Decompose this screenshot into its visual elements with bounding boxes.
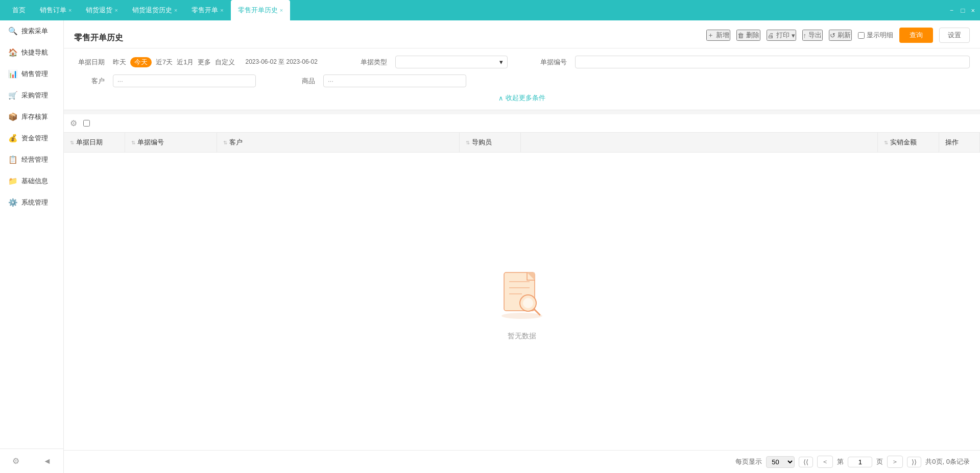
date-7days[interactable]: 近7天 [156, 58, 173, 67]
date-range-display: 2023-06-02 至 2023-06-02 [245, 58, 317, 66]
show-detail-checkbox-label[interactable]: 显示明细 [858, 31, 893, 40]
sidebar-item-quick-nav[interactable]: 🏠 快捷导航 [0, 42, 63, 63]
sidebar-label-search: 搜索采单 [21, 27, 48, 36]
product-input[interactable]: ··· [323, 74, 466, 87]
sidebar-item-basic-info[interactable]: 📁 基础信息 [0, 170, 63, 192]
page-number-input[interactable] [848, 457, 872, 467]
doc-type-select[interactable]: ▾ [395, 56, 508, 68]
th-customer[interactable]: ⇅ 客户 [217, 133, 460, 152]
last-page-btn[interactable]: ⟩⟩ [907, 457, 921, 467]
th-no[interactable]: ⇅ 单据编号 [125, 133, 217, 152]
inventory-icon: 📦 [8, 112, 17, 121]
th-ops: 操作 [939, 133, 980, 152]
th-guide[interactable]: ⇅ 导购员 [460, 133, 521, 152]
customer-label: 客户 [74, 77, 105, 86]
sidebar-bottom: ⚙ ◄ [0, 449, 63, 473]
export-icon: ↑ [803, 32, 807, 39]
sidebar: 🔍 搜索采单 🏠 快捷导航 📊 销售管理 🛒 采购管理 📦 库存核算 💰 资金管… [0, 20, 64, 473]
top-nav: 首页 销售订单 × 销货退货 × 销货退货历史 × 零售开单 × 零售开单历史 … [0, 0, 980, 20]
settings-bottom-btn[interactable]: ⚙ [9, 453, 22, 469]
delete-button[interactable]: 🗑 删除 [736, 30, 760, 41]
sidebar-label-purchase: 采购管理 [21, 91, 48, 100]
product-label: 商品 [284, 77, 315, 86]
basic-info-icon: 📁 [8, 177, 17, 186]
close-retail-open-history[interactable]: × [280, 7, 283, 13]
maximize-btn[interactable]: □ [961, 7, 965, 14]
sidebar-item-operations[interactable]: 📋 经营管理 [0, 149, 63, 170]
next-page-btn[interactable]: ＞ [887, 456, 903, 468]
doc-no-input[interactable] [575, 56, 970, 68]
close-btn[interactable]: × [971, 7, 975, 14]
main-layout: 🔍 搜索采单 🏠 快捷导航 📊 销售管理 🛒 采购管理 📦 库存核算 💰 资金管… [0, 20, 980, 473]
date-1month[interactable]: 近1月 [177, 58, 194, 67]
sidebar-item-search[interactable]: 🔍 搜索采单 [0, 20, 63, 42]
th-amount[interactable]: ⇅ 实销金额 [878, 133, 939, 152]
product-dots: ··· [328, 77, 333, 85]
tab-retail-open-history[interactable]: 零售开单历史 × [231, 0, 290, 20]
sidebar-item-system[interactable]: ⚙️ 系统管理 [0, 192, 63, 213]
settings-button[interactable]: 设置 [939, 28, 970, 43]
sidebar-label-basic-info: 基础信息 [21, 177, 48, 186]
close-sales-return[interactable]: × [114, 7, 117, 13]
print-icon: 🖨 [768, 32, 774, 39]
collapse-up-icon: ∧ [498, 94, 504, 102]
search-icon: 🔍 [8, 27, 17, 36]
table-header: ⇅ 单据日期 ⇅ 单据编号 ⇅ 客户 ⇅ 导购员 ⇅ 实销 [64, 133, 980, 153]
sort-icon-no: ⇅ [131, 140, 135, 145]
sidebar-label-inventory: 库存核算 [21, 112, 48, 121]
customer-input[interactable]: ··· [113, 74, 256, 87]
select-all-checkbox[interactable] [83, 120, 90, 127]
empty-text: 暂无数据 [508, 332, 536, 341]
system-icon: ⚙️ [8, 198, 17, 207]
page-actions: ＋ 新增 🗑 删除 🖨 打印 ▾ ↑ 导出 ↺ 刷新 [706, 28, 970, 48]
page-suffix: 页 [876, 457, 883, 466]
refresh-button[interactable]: ↺ 刷新 [829, 30, 852, 41]
close-sales-order[interactable]: × [68, 7, 71, 13]
finance-icon: 💰 [8, 134, 17, 143]
date-custom[interactable]: 自定义 [215, 58, 235, 67]
sidebar-label-finance: 资金管理 [21, 134, 48, 143]
sidebar-item-finance[interactable]: 💰 资金管理 [0, 128, 63, 149]
date-more[interactable]: 更多 [198, 58, 211, 67]
tab-home[interactable]: 首页 [5, 0, 33, 20]
collapse-bar[interactable]: ∧ 收起更多条件 [74, 93, 970, 103]
first-page-btn[interactable]: ⟨⟨ [799, 457, 813, 467]
th-date[interactable]: ⇅ 单据日期 [64, 133, 125, 152]
minimize-btn[interactable]: － [948, 6, 955, 15]
purchase-icon: 🛒 [8, 91, 17, 100]
query-button[interactable]: 查询 [899, 28, 933, 43]
print-dropdown-icon: ▾ [792, 32, 795, 39]
date-today[interactable]: 今天 [130, 57, 152, 67]
close-retail-open[interactable]: × [220, 7, 223, 13]
empty-illustration [491, 262, 553, 323]
refresh-icon: ↺ [830, 32, 835, 39]
table-config-icon[interactable]: ⚙ [70, 118, 77, 128]
sidebar-item-inventory[interactable]: 📦 库存核算 [0, 106, 63, 128]
prev-page-btn[interactable]: ＜ [817, 456, 833, 468]
filter-row-date: 单据日期 昨天 今天 近7天 近1月 更多 自定义 2023-06-02 至 2… [74, 56, 970, 68]
table-area: ⚙ ⇅ 单据日期 ⇅ 单据编号 ⇅ 客户 ⇅ 导购员 [64, 114, 980, 450]
tab-sales-order[interactable]: 销售订单 × [33, 0, 79, 20]
date-yesterday[interactable]: 昨天 [113, 58, 126, 67]
collapse-label: 收起更多条件 [506, 93, 545, 103]
tab-retail-open[interactable]: 零售开单 × [184, 0, 230, 20]
sidebar-label-sales: 销售管理 [21, 69, 48, 79]
add-icon: ＋ [707, 31, 714, 40]
svg-point-8 [523, 298, 533, 308]
tab-sales-return-history[interactable]: 销货退货历史 × [125, 0, 184, 20]
close-sales-return-history[interactable]: × [174, 7, 177, 13]
total-info: 共0页, 0条记录 [925, 457, 970, 466]
show-detail-checkbox[interactable] [858, 32, 865, 39]
tab-sales-return[interactable]: 销货退货 × [79, 0, 125, 20]
chevron-down-icon: ▾ [499, 58, 503, 66]
sidebar-item-purchase[interactable]: 🛒 采购管理 [0, 85, 63, 106]
sidebar-item-sales[interactable]: 📊 销售管理 [0, 63, 63, 85]
sort-icon-date: ⇅ [70, 140, 74, 145]
page-size-select[interactable]: 50 10 20 100 [766, 456, 795, 468]
collapse-sidebar-btn[interactable]: ◄ [40, 454, 55, 469]
svg-point-0 [501, 313, 542, 319]
export-button[interactable]: ↑ 导出 [802, 30, 823, 41]
sidebar-label-operations: 经营管理 [21, 155, 48, 164]
add-button[interactable]: ＋ 新增 [706, 30, 730, 41]
print-button[interactable]: 🖨 打印 ▾ [767, 30, 796, 41]
